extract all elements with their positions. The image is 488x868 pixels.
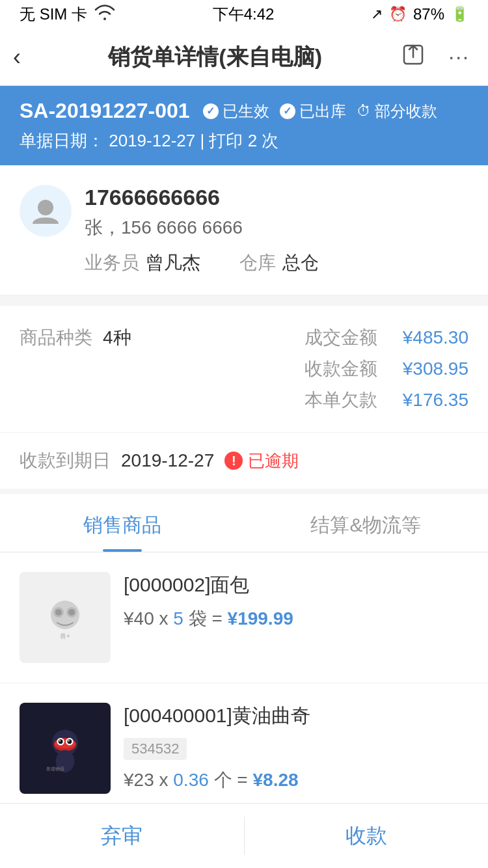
sales-label: 业务员 [85,251,139,275]
customer-info: 17666666666 张，156 6666 6666 业务员 曾凡杰 仓库 总… [85,185,468,275]
product-price-bread: ¥40 x 5 袋 = ¥199.99 [124,606,468,631]
battery-text: 87% [413,5,444,23]
product-list: 兽+ [0000002]面包 ¥40 x 5 袋 = ¥199.99 [0,552,488,814]
status-tags: ✓ 已生效 ✓ 已出库 ⏱ 部分收款 [203,101,437,122]
order-date-line: 单据日期： 2019-12-27 | 打印 2 次 [20,129,468,152]
product-price-cookie: ¥23 x 0.36 个 = ¥8.28 [124,768,468,793]
product-qty-bread: 5 [173,608,183,629]
overdue-badge: ! 已逾期 [224,450,299,472]
svg-point-5 [55,609,62,616]
product-tabs: 销售商品 结算&物流等 [0,494,488,552]
product-image-cookie: 兽道物语 [20,703,111,794]
warehouse-label: 仓库 [239,251,276,275]
status-partial-payment: ⏱ 部分收款 [357,101,437,122]
svg-point-14 [59,739,63,744]
status-effective: ✓ 已生效 [203,101,269,122]
list-item: 兽道物语 [000400001]黄油曲奇 534532 ¥23 x 0.36 个… [0,683,488,814]
check-effective-icon: ✓ [203,103,219,119]
product-name-bread: [0000002]面包 [124,572,468,599]
sales-value: 曾凡杰 [146,251,200,275]
status-left: 无 SIM 卡 [20,4,116,25]
status-shipped: ✓ 已出库 [280,101,346,122]
due-date-value: 2019-12-27 [121,450,214,471]
overdue-icon: ! [224,452,243,470]
more-icon[interactable]: ··· [443,40,475,74]
svg-text:兽道物语: 兽道物语 [46,766,64,771]
product-image-bread: 兽+ [20,572,111,663]
debt-label: 本单欠款 [305,388,377,413]
carrier-text: 无 SIM 卡 [20,4,87,25]
customer-meta: 业务员 曾凡杰 仓库 总仓 [85,251,468,275]
battery-icon: 🔋 [451,6,468,23]
deal-amount-label: 成交金额 [305,325,377,350]
product-type-value: 4种 [103,325,131,350]
product-type-label: 商品种类 [20,325,92,350]
warehouse-info: 仓库 总仓 [239,251,319,275]
receipt-amount-value: ¥308.95 [390,359,468,379]
receipt-amount-label: 收款金额 [305,357,377,381]
bottom-action-bar: 弃审 收款 [0,803,488,868]
wifi-icon [94,5,116,24]
status-right: ↗ ⏰ 87% 🔋 [371,5,468,23]
time-display: 下午4:42 [213,4,275,25]
overdue-text: 已逾期 [248,450,299,472]
customer-phone: 张，156 6666 6666 [85,215,468,240]
deal-amount-row: 成交金额 ¥485.30 [305,325,468,350]
debt-value: ¥176.35 [390,390,468,411]
tab-sales-products[interactable]: 销售商品 [0,494,244,552]
clock-icon: ⏱ [357,103,371,120]
order-header-banner: SA-20191227-001 ✓ 已生效 ✓ 已出库 ⏱ 部分收款 单据日期：… [0,86,488,165]
product-type-stat: 商品种类 4种 [20,325,131,350]
share-icon[interactable] [396,38,430,76]
product-info-bread: [0000002]面包 ¥40 x 5 袋 = ¥199.99 [124,572,468,631]
product-info-cookie: [000400001]黄油曲奇 534532 ¥23 x 0.36 个 = ¥8… [124,703,468,793]
nav-actions: ··· [396,38,475,76]
page-title: 销货单详情(来自电脑) [34,42,396,72]
confirm-payment-button[interactable]: 收款 [245,804,489,868]
product-tag-cookie: 534532 [124,738,187,760]
list-item: 兽+ [0000002]面包 ¥40 x 5 袋 = ¥199.99 [0,552,488,683]
location-icon: ↗ [371,6,383,23]
deal-amount-value: ¥485.30 [390,327,468,348]
warehouse-value: 总仓 [282,251,319,275]
avatar [20,185,72,237]
stats-section: 商品种类 4种 成交金额 ¥485.30 收款金额 ¥308.95 本单欠款 ¥… [0,306,488,433]
nav-bar: ‹ 销货单详情(来自电脑) ··· [0,29,488,86]
svg-point-16 [59,740,61,741]
product-total-cookie: ¥8.28 [252,770,298,790]
alarm-icon: ⏰ [389,6,407,23]
product-qty-cookie: 0.36 [173,770,209,790]
sales-info: 业务员 曾凡杰 [85,251,200,275]
tab-settlement-logistics[interactable]: 结算&物流等 [244,494,488,552]
receipt-amount-row: 收款金额 ¥308.95 [305,357,468,381]
cancel-button[interactable]: 弃审 [0,804,244,868]
product-total-bread: ¥199.99 [228,608,293,629]
check-shipped-icon: ✓ [280,103,295,119]
svg-point-6 [68,609,75,616]
svg-point-15 [67,739,72,744]
svg-point-17 [68,740,70,741]
svg-text:兽+: 兽+ [60,632,70,640]
status-bar: 无 SIM 卡 下午4:42 ↗ ⏰ 87% 🔋 [0,0,488,29]
customer-section: 17666666666 张，156 6666 6666 业务员 曾凡杰 仓库 总… [0,165,488,295]
customer-name: 17666666666 [85,185,468,210]
back-button[interactable]: ‹ [13,37,34,77]
debt-row: 本单欠款 ¥176.35 [305,388,468,413]
due-date-label: 收款到期日 [20,448,111,473]
svg-point-1 [38,200,53,215]
amount-stats: 成交金额 ¥485.30 收款金额 ¥308.95 本单欠款 ¥176.35 [305,325,468,413]
order-id: SA-20191227-001 [20,99,190,123]
product-name-cookie: [000400001]黄油曲奇 [124,703,468,729]
due-date-section: 收款到期日 2019-12-27 ! 已逾期 [0,433,488,494]
